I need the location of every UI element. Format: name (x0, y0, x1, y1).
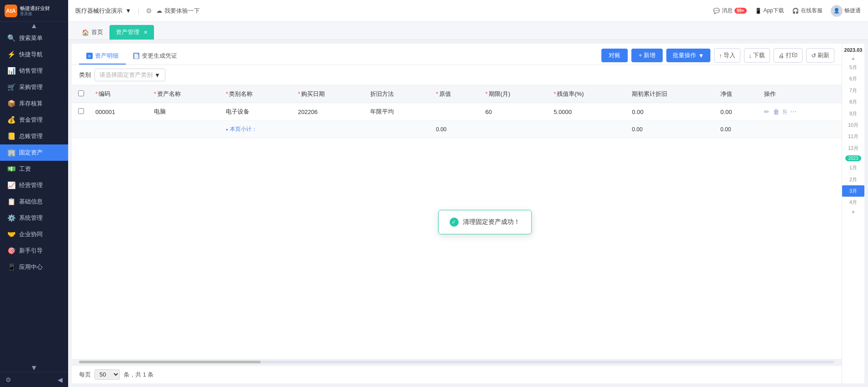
sidebar-item-quick-nav[interactable]: ⚡ 快捷导航 (0, 46, 68, 63)
sidebar-item-ledger[interactable]: 📒 总账管理 (0, 128, 68, 144)
download-button[interactable]: ↓ 下载 (744, 48, 770, 63)
sidebar-item-guide[interactable]: 🎯 新手引导 (0, 243, 68, 259)
sidebar-item-operations[interactable]: 📈 经营管理 (0, 177, 68, 194)
sidebar-item-label: 经营管理 (19, 181, 43, 189)
experience-btn[interactable]: ☁ 我要体验一下 (156, 7, 200, 15)
row-residual-rate: 5.0000 (548, 103, 626, 121)
select-all-checkbox[interactable] (78, 90, 84, 96)
more-icon[interactable]: ⋯ (790, 108, 797, 115)
copy-icon[interactable]: ⎘ (783, 108, 787, 115)
table-row: 000001 电脑 电子设备 202206 年限平均 60 5.0000 0.0… (72, 103, 842, 121)
system-icon: ⚙️ (7, 214, 15, 222)
timeline-item-may[interactable]: 5月 (842, 62, 864, 73)
subtotal-net: 0.00 (715, 121, 758, 138)
experience-label: 我要体验一下 (164, 7, 200, 15)
th-original-value: 原值 (431, 85, 480, 103)
sidebar-item-fixed-assets[interactable]: 🏢 固定资产 (0, 144, 68, 161)
timeline-item-aug[interactable]: 8月 (842, 96, 864, 108)
sidebar-item-label: 工资 (19, 165, 31, 173)
settings-gear-icon[interactable]: ⚙ (146, 7, 152, 15)
scroll-thumb[interactable] (79, 361, 261, 363)
sidebar-item-label: 新手引导 (19, 247, 43, 255)
topbar-right: 💬 消息 99+ 📱 App下载 🎧 在线客服 👤 畅捷通 (713, 5, 861, 17)
timeline-item-sep[interactable]: 9月 (842, 108, 864, 119)
app-download-label: App下载 (764, 7, 784, 15)
sidebar-item-app-center[interactable]: 📱 应用中心 (0, 259, 68, 275)
sidebar-item-purchase[interactable]: 🛒 采购管理 (0, 79, 68, 95)
row-actions-cell: ✏ 🗑 ⎘ ⋯ (759, 103, 842, 121)
tab-asset-mgmt-label: 资产管理 (116, 28, 139, 36)
guide-icon: 🎯 (7, 247, 15, 255)
basic-info-icon: 📋 (7, 198, 15, 206)
refresh-button[interactable]: ↺ 刷新 (806, 48, 834, 63)
sidebar-item-salary[interactable]: 💵 工资 (0, 161, 68, 177)
sidebar-item-label: 采购管理 (19, 83, 43, 91)
timeline-item-jan[interactable]: 1月 (842, 162, 864, 174)
sub-tabs: ≡ 资产明细 📄 变更生成凭证 对账 + 新增 批量操作 (72, 44, 842, 65)
sidebar-item-label: 库存核算 (19, 99, 43, 108)
timeline-item-oct[interactable]: 10月 (842, 119, 864, 131)
timeline-item-nov[interactable]: 11月 (842, 131, 864, 142)
category-filter-value: 请选择固定资产类别 (99, 71, 153, 79)
tab-asset-mgmt[interactable]: 资产管理 ✕ (109, 25, 154, 40)
avatar: 👤 (831, 5, 843, 17)
message-btn[interactable]: 💬 消息 99+ (713, 7, 747, 15)
th-net-value: 净值 (715, 85, 758, 103)
timeline-item-feb[interactable]: 2月 (842, 174, 864, 185)
new-label: + 新增 (639, 51, 655, 60)
per-page-select[interactable]: 50 100 (94, 369, 120, 380)
category-filter-select[interactable]: 请选择固定资产类别 ▼ (94, 69, 165, 81)
collapse-icon[interactable]: ◀ (58, 376, 63, 383)
timeline-item-jul[interactable]: 7月 (842, 85, 864, 96)
sidebar-item-cooperation[interactable]: 🤝 企业协同 (0, 226, 68, 243)
timeline-item-apr[interactable]: 4月 (842, 197, 864, 208)
app-download-btn[interactable]: 📱 App下载 (755, 7, 784, 15)
sidebar-scroll-up[interactable]: ▲ (0, 22, 68, 30)
online-support-label: 在线客服 (801, 7, 823, 15)
sidebar-item-sales[interactable]: 📊 销售管理 (0, 63, 68, 79)
message-icon: 💬 (713, 8, 720, 14)
finance-icon: 💰 (7, 116, 15, 124)
sub-tab-change-voucher[interactable]: 📄 变更生成凭证 (126, 48, 184, 64)
timeline-item-jun[interactable]: 6月 (842, 73, 864, 84)
content-main: ≡ 资产明细 📄 变更生成凭证 对账 + 新增 批量操作 (72, 44, 842, 383)
import-button[interactable]: ↑ 导入 (714, 48, 740, 63)
home-icon: 🏠 (82, 29, 89, 36)
reconcile-label: 对账 (609, 51, 620, 60)
timeline-down-arrow[interactable]: ▼ (850, 208, 857, 216)
scroll-track[interactable] (79, 361, 834, 363)
new-button[interactable]: + 新增 (631, 49, 663, 62)
tab-home[interactable]: 🏠 首页 (75, 25, 109, 40)
row-checkbox[interactable] (78, 108, 84, 114)
table-scrollbar[interactable] (72, 359, 842, 365)
online-support-btn[interactable]: 🎧 在线客服 (792, 7, 823, 15)
sidebar-item-inventory[interactable]: 📦 库存核算 (0, 95, 68, 112)
sidebar-item-system[interactable]: ⚙️ 系统管理 (0, 210, 68, 226)
topbar-separator: | (138, 7, 139, 15)
print-button[interactable]: 🖨 打印 (774, 48, 803, 63)
company-selector[interactable]: 医疗器械行业演示 ▼ (75, 7, 131, 15)
reconcile-button[interactable]: 对账 (601, 49, 628, 62)
batch-button[interactable]: 批量操作 ▼ (666, 49, 710, 62)
timeline-item-mar[interactable]: 3月 (842, 185, 864, 197)
main-area: 医疗器械行业演示 ▼ | ⚙ ☁ 我要体验一下 💬 消息 99+ 📱 App下载… (68, 0, 868, 387)
timeline-up-arrow[interactable]: ▲ (850, 55, 857, 62)
user-profile-btn[interactable]: 👤 畅捷通 (831, 5, 861, 17)
edit-icon[interactable]: ✏ (764, 108, 769, 115)
sidebar-scroll-down[interactable]: ▼ (0, 364, 68, 372)
timeline-header: 2023.03 (843, 45, 863, 55)
sidebar-item-finance[interactable]: 💰 资金管理 (0, 112, 68, 128)
username-label: 畅捷通 (844, 7, 861, 15)
row-depreciation-method: 年限平均 (365, 103, 431, 121)
settings-icon[interactable]: ⚙ (5, 376, 11, 383)
sidebar-item-search[interactable]: 🔍 搜索菜单 (0, 30, 68, 46)
row-net-value: 0.00 (715, 103, 758, 121)
sub-tab-asset-detail[interactable]: ≡ 资产明细 (79, 48, 126, 64)
success-toast: ✓ 清理固定资产成功！ (438, 210, 531, 234)
th-code: 编码 (90, 85, 149, 103)
tab-close-icon[interactable]: ✕ (144, 30, 148, 35)
import-icon: ↑ (719, 52, 722, 59)
sidebar-item-basic-info[interactable]: 📋 基础信息 (0, 194, 68, 210)
timeline-item-dec[interactable]: 12月 (842, 143, 864, 154)
delete-icon[interactable]: 🗑 (773, 108, 779, 115)
